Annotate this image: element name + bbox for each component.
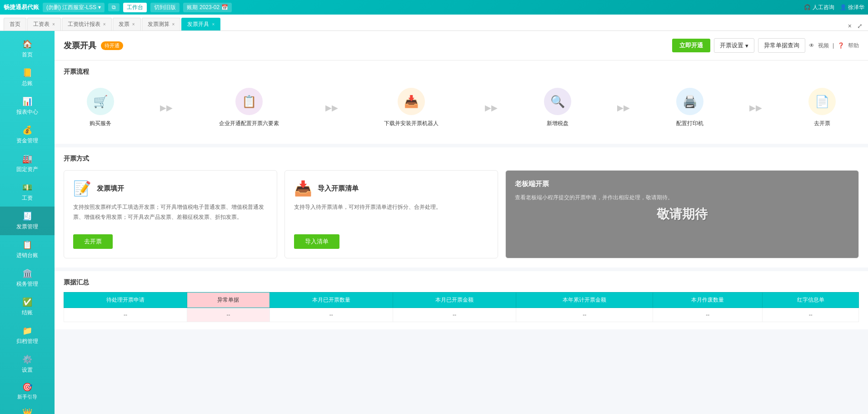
chevron-down-icon: ▾: [745, 42, 748, 49]
tab-home[interactable]: 首页: [4, 18, 26, 30]
sidebar-item-ledger[interactable]: 📒 总账: [0, 63, 55, 92]
help-label: 帮助: [848, 42, 859, 50]
invoice-methods-title: 开票方式: [64, 155, 859, 163]
tab-salary-report[interactable]: 工资统计报表 ×: [62, 18, 112, 30]
consult-label: 人工咨询: [813, 4, 834, 10]
sidebar-item-salary[interactable]: 💵 工资: [0, 178, 55, 207]
tab-invoice[interactable]: 发票 ×: [113, 18, 141, 30]
vip-icon: 👑: [22, 408, 32, 414]
restore-window-button[interactable]: ⤢: [855, 21, 864, 30]
tab-salary-table-close[interactable]: ×: [52, 22, 55, 27]
method-card-manual-header: 📝 发票填开: [73, 180, 268, 197]
main-layout: 🏠 首页 📒 总账 📊 报表中心 💰 资金管理 🏭 固定资产 💵 工资 🧾 发票…: [0, 31, 868, 414]
td-today-amount: --: [393, 308, 516, 322]
process-step-buy-service[interactable]: 🛒 购买服务: [87, 88, 114, 127]
headset-icon: 🎧: [804, 4, 811, 10]
copy-button[interactable]: ⧉: [108, 3, 120, 11]
summary-table-header-row: 待处理开票申请 异常单据 本月已开票数量 本月已开票金额 本年累计开票金额 本月…: [64, 293, 859, 308]
summary-section: 票据汇总 待处理开票申请 异常单据 本月已开票数量 本月已开票金额 本年累计开票…: [55, 271, 868, 329]
sidebar-bottom: 🎯 新手引导 👑 畅会员 ↑取消固定: [0, 379, 55, 414]
config-printer-label: 配置打印机: [676, 120, 703, 127]
tax-icon: 🏛️: [22, 268, 32, 278]
header-actions: 立即开通 开票设置 ▾ 异常单据查询 👁 视频 | ❓ 帮助: [672, 38, 859, 53]
consult-button[interactable]: 🎧 人工咨询: [804, 4, 834, 11]
sidebar-item-guide[interactable]: 🎯 新手引导: [0, 379, 55, 404]
chevron-down-icon: ▾: [98, 4, 101, 10]
salary-icon: 💵: [22, 182, 32, 192]
sidebar-item-archive[interactable]: 📁 归档管理: [0, 321, 55, 350]
tab-invoice-calc[interactable]: 发票测算 ×: [142, 18, 181, 30]
open-settings-button[interactable]: 开票设置 ▾: [714, 38, 754, 53]
invoice-mgmt-icon: 🧾: [22, 211, 32, 221]
tab-invoice-issue[interactable]: 发票开具 ×: [181, 18, 220, 30]
sidebar: 🏠 首页 📒 总账 📊 报表中心 💰 资金管理 🏭 固定资产 💵 工资 🧾 发票…: [0, 31, 55, 414]
tab-salary-report-close[interactable]: ×: [103, 22, 106, 27]
sidebar-item-archive-label: 归档管理: [16, 338, 38, 345]
process-step-download-robot[interactable]: 📥 下载并安装开票机器人: [384, 88, 439, 127]
sidebar-item-assets[interactable]: 🏭 固定资产: [0, 149, 55, 178]
funds-icon: 💰: [22, 125, 32, 135]
download-robot-icon-bg: 📥: [398, 88, 425, 115]
sidebar-item-reconcile[interactable]: ✅ 结账: [0, 293, 55, 321]
buy-service-label: 购买服务: [90, 120, 111, 127]
add-taxbox-icon: 🔍: [550, 95, 565, 109]
sidebar-item-invoice-mgmt-label: 发票管理: [16, 223, 38, 231]
guide-icon: 🎯: [22, 382, 32, 392]
close-all-tabs-button[interactable]: ×: [846, 21, 853, 30]
sidebar-item-tax[interactable]: 🏛️ 税务管理: [0, 264, 55, 293]
period-selector[interactable]: 账期 2023-02 📅: [183, 3, 232, 12]
sidebar-item-reports-label: 报表中心: [16, 108, 38, 116]
process-step-enterprise-setup[interactable]: 📋 企业开通配置开票六要素: [219, 88, 279, 127]
process-step-issue-invoice[interactable]: 📄 去开票: [808, 88, 836, 127]
sidebar-item-funds[interactable]: 💰 资金管理: [0, 121, 55, 149]
th-pending: 待处理开票申请: [64, 293, 187, 308]
th-abnormal: 异常单据: [187, 293, 270, 308]
sidebar-item-invoice-mgmt[interactable]: 🧾 发票管理: [0, 207, 55, 235]
tab-invoice-label: 发票: [119, 20, 130, 28]
status-badge: 待开通: [101, 41, 123, 50]
td-year-amount: --: [516, 308, 653, 322]
top-bar: 畅捷通易代账 (勿删) 江西服室-LSS ▾ ⧉ 工作台 切到旧版 账期 202…: [0, 0, 868, 15]
page-title: 发票开具: [64, 40, 96, 51]
sidebar-item-home[interactable]: 🏠 首页: [0, 35, 55, 63]
issue-invoice-icon: 📄: [815, 95, 829, 109]
sidebar-item-purchase[interactable]: 📋 进销台账: [0, 235, 55, 264]
config-printer-icon: 🖨️: [683, 95, 697, 109]
company-selector[interactable]: (勿删) 江西服室-LSS ▾: [43, 3, 105, 12]
workbench-button[interactable]: 工作台: [123, 3, 147, 12]
tab-invoice-calc-label: 发票测算: [148, 20, 170, 28]
issue-invoice-icon-bg: 📄: [808, 88, 836, 115]
period-label: 账期: [187, 4, 198, 11]
sidebar-item-reports[interactable]: 📊 报表中心: [0, 92, 55, 121]
go-issue-button[interactable]: 去开票: [73, 234, 113, 249]
process-step-config-printer[interactable]: 🖨️ 配置打印机: [676, 88, 703, 127]
divider: |: [833, 42, 834, 49]
sidebar-item-home-label: 首页: [22, 51, 33, 59]
tab-invoice-issue-close[interactable]: ×: [212, 22, 215, 27]
sidebar-item-ledger-label: 总账: [22, 80, 33, 87]
tab-invoice-issue-label: 发票开具: [187, 20, 209, 28]
enterprise-setup-icon-bg: 📋: [235, 88, 263, 115]
abnormal-query-button[interactable]: 异常单据查询: [758, 38, 805, 53]
sidebar-item-funds-label: 资金管理: [16, 137, 38, 145]
td-pending: --: [64, 308, 187, 322]
open-now-button[interactable]: 立即开通: [672, 39, 710, 52]
switch-old-button[interactable]: 切到旧版: [150, 3, 180, 12]
sidebar-item-settings[interactable]: ⚙️ 设置: [0, 350, 55, 379]
sidebar-item-reconcile-label: 结账: [22, 309, 33, 317]
ledger-icon: 📒: [22, 68, 32, 78]
process-arrow-4: ▶▶: [617, 103, 630, 113]
old-client-title: 老板端开票: [515, 180, 849, 188]
company-label: (勿删) 江西服室-LSS: [46, 4, 96, 11]
tab-salary-table[interactable]: 工资表 ×: [27, 18, 61, 30]
sidebar-item-vip[interactable]: 👑 畅会员: [0, 404, 55, 414]
tab-invoice-calc-close[interactable]: ×: [172, 22, 175, 27]
process-flow: 🛒 购买服务 ▶▶ 📋 企业开通配置开票六要素 ▶▶ 📥 下载并安装开票: [64, 83, 859, 136]
method-card-import-header: 📥 导入开票清单: [294, 180, 489, 197]
import-list-title: 导入开票清单: [318, 184, 359, 193]
tab-invoice-close[interactable]: ×: [132, 22, 135, 27]
import-list-button[interactable]: 导入清单: [294, 234, 339, 249]
process-step-add-taxbox[interactable]: 🔍 新增税盘: [544, 88, 571, 127]
user-avatar[interactable]: 👤 徐泽华: [840, 4, 864, 11]
invoice-methods: 📝 发票填开 支持按照发票样式手工填选开发票；可开具增值税电子普通发票、增值税普…: [64, 170, 859, 260]
